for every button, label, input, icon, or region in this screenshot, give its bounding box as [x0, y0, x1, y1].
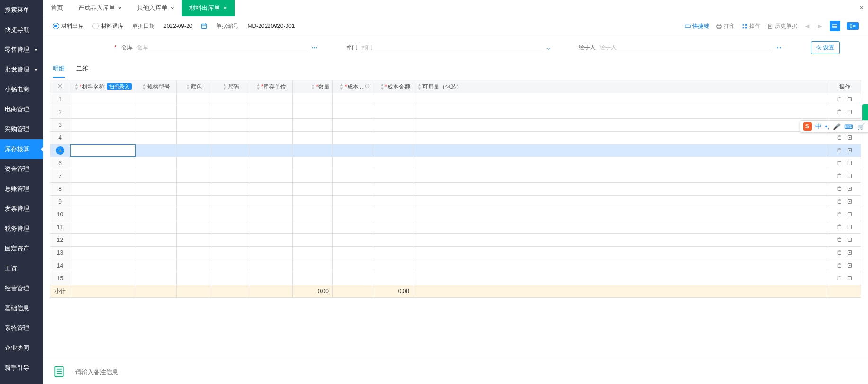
cell-qty[interactable]	[293, 132, 333, 144]
sidebar-item-5[interactable]: 电商管理	[0, 99, 43, 119]
delete-row-icon[interactable]	[836, 274, 843, 282]
cell-size[interactable]	[212, 234, 250, 247]
cell-qty[interactable]	[293, 272, 333, 285]
sidebar-item-4[interactable]: 小畅电商	[0, 80, 43, 99]
cell-unit[interactable]	[250, 93, 293, 106]
cell-spec[interactable]	[136, 272, 177, 285]
cell-avail[interactable]	[413, 119, 828, 132]
cell-avail[interactable]	[413, 106, 828, 119]
cell-cost[interactable]	[333, 183, 373, 196]
table-row[interactable]: 6	[50, 157, 861, 170]
ime-voice[interactable]: 🎤	[833, 123, 841, 130]
sidebar-item-9[interactable]: 总账管理	[0, 179, 43, 199]
cell-qty[interactable]	[293, 221, 333, 234]
cell-avail[interactable]	[413, 144, 828, 157]
table-row[interactable]: 12	[50, 234, 861, 247]
cell-amount[interactable]	[373, 259, 413, 272]
delete-row-icon[interactable]	[836, 236, 843, 243]
insert-row-icon[interactable]	[846, 134, 854, 141]
sidebar-item-6[interactable]: 采购管理	[0, 119, 43, 139]
cell-name[interactable]	[70, 119, 136, 132]
table-row[interactable]: 11	[50, 221, 861, 234]
shortcut-button[interactable]: 快捷键	[685, 22, 709, 30]
cell-avail[interactable]	[413, 170, 828, 183]
cell-color[interactable]	[177, 170, 212, 183]
cell-amount[interactable]	[373, 247, 413, 259]
cell-qty[interactable]	[293, 183, 333, 196]
table-row[interactable]: 4	[50, 132, 861, 144]
print-button[interactable]: 打印	[716, 22, 735, 30]
cell-size[interactable]	[212, 247, 250, 259]
cell-cost[interactable]	[333, 170, 373, 183]
date-value[interactable]: 2022-09-20	[163, 23, 192, 29]
cell-cost[interactable]	[333, 157, 373, 170]
cell-unit[interactable]	[250, 106, 293, 119]
col-size[interactable]: ▲▼尺码	[212, 80, 250, 93]
cell-qty[interactable]	[293, 119, 333, 132]
prev-doc[interactable]: ◀	[804, 23, 810, 29]
remark-icon[interactable]	[53, 365, 66, 378]
cell-unit[interactable]	[250, 157, 293, 170]
calendar-icon[interactable]	[201, 23, 207, 29]
radio-material-return[interactable]: 材料退库	[92, 22, 124, 30]
insert-row-icon[interactable]	[846, 172, 854, 179]
ime-store[interactable]: 🛒	[857, 123, 865, 130]
delete-row-icon[interactable]	[836, 197, 843, 205]
cell-name[interactable]	[70, 106, 136, 119]
cell-size[interactable]	[212, 106, 250, 119]
sidebar-item-7[interactable]: 库存核算	[0, 139, 43, 159]
cell-avail[interactable]	[413, 259, 828, 272]
sidebar-item-13[interactable]: 工资	[0, 259, 43, 278]
cell-amount[interactable]	[373, 93, 413, 106]
cell-name[interactable]	[70, 247, 136, 259]
ime-punct[interactable]: •,	[825, 123, 829, 130]
delete-row-icon[interactable]	[836, 134, 843, 141]
table-row[interactable]: +	[50, 144, 861, 157]
cell-avail[interactable]	[413, 234, 828, 247]
cell-color[interactable]	[177, 221, 212, 234]
cell-unit[interactable]	[250, 247, 293, 259]
sidebar-item-16[interactable]: 系统管理	[0, 318, 43, 338]
sidebar-item-1[interactable]: 快捷导航	[0, 20, 43, 40]
view-list-button[interactable]	[830, 21, 840, 31]
delete-row-icon[interactable]	[836, 95, 843, 103]
cell-unit[interactable]	[250, 170, 293, 183]
cell-spec[interactable]	[136, 259, 177, 272]
cell-amount[interactable]	[373, 144, 413, 157]
cell-qty[interactable]	[293, 93, 333, 106]
col-name[interactable]: ▲▼*材料名称 扫码录入	[70, 80, 136, 93]
ime-keyboard[interactable]: ⌨	[844, 123, 853, 130]
cell-size[interactable]	[212, 170, 250, 183]
cell-input[interactable]	[70, 144, 136, 157]
cell-amount[interactable]	[373, 119, 413, 132]
cell-spec[interactable]	[136, 247, 177, 259]
cell-name[interactable]	[70, 157, 136, 170]
table-row[interactable]: 10	[50, 208, 861, 221]
cell-name[interactable]	[70, 272, 136, 285]
cell-qty[interactable]	[293, 234, 333, 247]
col-config[interactable]	[50, 80, 70, 93]
cell-size[interactable]	[212, 144, 250, 157]
cell-avail[interactable]	[413, 272, 828, 285]
count-badge[interactable]: 8≡	[847, 22, 859, 30]
cell-qty[interactable]	[293, 208, 333, 221]
cell-unit[interactable]	[250, 234, 293, 247]
insert-row-icon[interactable]	[846, 197, 854, 205]
cell-color[interactable]	[177, 247, 212, 259]
cell-spec[interactable]	[136, 93, 177, 106]
cell-size[interactable]	[212, 183, 250, 196]
cell-cost[interactable]	[333, 234, 373, 247]
cell-spec[interactable]	[136, 106, 177, 119]
delete-row-icon[interactable]	[836, 146, 843, 154]
cell-spec[interactable]	[136, 221, 177, 234]
cell-cost[interactable]	[333, 247, 373, 259]
cell-spec[interactable]	[136, 157, 177, 170]
cell-name[interactable]	[70, 234, 136, 247]
sidebar-item-12[interactable]: 固定资产	[0, 239, 43, 259]
cell-cost[interactable]	[333, 119, 373, 132]
cell-amount[interactable]	[373, 157, 413, 170]
settings-button[interactable]: 设置	[811, 41, 840, 54]
table-row[interactable]: 9	[50, 196, 861, 208]
col-qty[interactable]: ▲▼*数量	[293, 80, 333, 93]
table-row[interactable]: 15	[50, 272, 861, 285]
